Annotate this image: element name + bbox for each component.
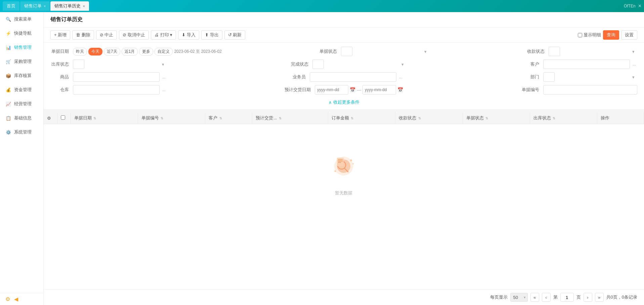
- expected-date-from[interactable]: [315, 85, 348, 94]
- out-status-select[interactable]: [73, 60, 84, 69]
- sidebar-settings-icon[interactable]: ⚙: [5, 296, 10, 302]
- cal-icon-to[interactable]: 📅: [397, 87, 403, 92]
- next-page-btn[interactable]: ›: [584, 293, 592, 302]
- date-btn-more[interactable]: 更多: [139, 48, 153, 55]
- th-number[interactable]: 单据编号 ⇅: [138, 112, 205, 124]
- sidebar-item-quick-nav[interactable]: ⚡ 快捷导航: [0, 26, 43, 40]
- collapse-btn[interactable]: ∧ 收起更多条件: [329, 99, 359, 105]
- tab-sales-order-history-close[interactable]: ×: [83, 4, 85, 8]
- sidebar-item-system-mgmt[interactable]: ⚙️ 系统管理: [0, 125, 43, 139]
- display-cols-checkbox-label[interactable]: 显示明细: [578, 32, 601, 38]
- stop-button[interactable]: ⊘ 中止: [96, 30, 117, 40]
- th-customer[interactable]: 客户 ⇅: [205, 112, 252, 124]
- sort-icon-amount: ⇅: [351, 116, 353, 120]
- query-button[interactable]: 查询: [603, 30, 619, 40]
- tab-sales-order[interactable]: 销售订单 ×: [20, 1, 50, 11]
- tab-home[interactable]: 首页: [3, 1, 19, 11]
- refresh-button[interactable]: ↺ 刷新: [224, 30, 246, 40]
- doc-status-filter-label: 单据状态: [318, 48, 337, 54]
- product-more-btn[interactable]: ...: [161, 75, 167, 79]
- tab-list: 首页 销售订单 × 销售订单历史 ×: [3, 1, 622, 11]
- date-btn-last-month[interactable]: 近1月: [122, 48, 138, 55]
- receipt-status-select[interactable]: [549, 47, 560, 56]
- sidebar-item-basic-info[interactable]: 📋 基础信息: [0, 111, 43, 125]
- sidebar-collapse-icon[interactable]: ◀: [14, 296, 18, 302]
- window-close-btn[interactable]: ×: [638, 3, 641, 9]
- sort-icon-doc-status: ⇅: [485, 116, 488, 120]
- cancel-stop-button[interactable]: ⊘ 取消中止: [119, 30, 149, 40]
- doc-status-select[interactable]: [341, 47, 352, 56]
- topbar-right: OfTEn ×: [624, 3, 641, 9]
- date-btn-today[interactable]: 今天: [88, 48, 102, 55]
- page-label: 第: [553, 294, 558, 300]
- add-button[interactable]: + 新增: [50, 30, 70, 40]
- first-page-btn[interactable]: «: [530, 293, 539, 302]
- sidebar-item-search-menu[interactable]: 🔍 搜索菜单: [0, 12, 43, 26]
- salesman-input[interactable]: [310, 72, 396, 82]
- first-page-icon: «: [533, 295, 536, 300]
- th-expected-date[interactable]: 预计交货... ⇅: [252, 112, 328, 124]
- sidebar-item-purchase-mgmt[interactable]: 🛒 采购管理: [0, 54, 43, 69]
- expected-date-to[interactable]: [362, 85, 396, 94]
- content-area: 销售订单历史 + 新增 🗑 删除 ⊘ 中止 ⊘ 取消中止 🖨 打印 ▾ ⬇ 导入: [44, 12, 644, 305]
- complete-status-select[interactable]: [312, 60, 324, 69]
- date-btn-custom[interactable]: 自定义: [155, 48, 173, 55]
- warehouse-more-btn[interactable]: ...: [161, 87, 167, 92]
- system-mgmt-icon: ⚙️: [5, 129, 11, 135]
- date-btn-last7[interactable]: 近7天: [104, 48, 120, 55]
- sidebar-item-inventory-mgmt[interactable]: 📦 库存核算: [0, 69, 43, 83]
- receipt-status-select-wrapper: [549, 47, 637, 56]
- empty-state-icon: [327, 151, 360, 185]
- last-page-btn[interactable]: »: [595, 293, 604, 302]
- th-checkbox[interactable]: [57, 112, 71, 124]
- main-layout: 🔍 搜索菜单 ⚡ 快捷导航 📊 销售管理 🛒 采购管理 📦 库存核算 💰 资金管…: [0, 12, 644, 305]
- toolbar: + 新增 🗑 删除 ⊘ 中止 ⊘ 取消中止 🖨 打印 ▾ ⬇ 导入 ⬆ 导出 ↺…: [44, 28, 644, 43]
- th-amount[interactable]: 订单金额 ⇅: [328, 112, 395, 124]
- print-button[interactable]: 🖨 打印 ▾: [151, 30, 176, 40]
- per-page-select[interactable]: 10 20 50 100: [510, 293, 528, 302]
- select-all-checkbox[interactable]: [61, 115, 65, 120]
- warehouse-input[interactable]: [73, 85, 160, 94]
- th-settings[interactable]: ⚙: [44, 112, 57, 124]
- customer-input[interactable]: [543, 60, 630, 69]
- th-doc-status[interactable]: 单据状态 ⇅: [463, 112, 530, 124]
- empty-state: 暂无数据: [44, 124, 644, 223]
- page-number-input[interactable]: [560, 293, 574, 302]
- th-receipt-status[interactable]: 收款状态 ⇅: [395, 112, 463, 124]
- date-btn-yesterday[interactable]: 昨天: [73, 48, 87, 55]
- display-cols-checkbox[interactable]: [578, 33, 582, 37]
- customer-more-btn[interactable]: ...: [631, 62, 637, 67]
- prev-page-btn[interactable]: ‹: [542, 293, 551, 302]
- sidebar-item-finance-mgmt[interactable]: 💰 资金管理: [0, 83, 43, 97]
- tab-sales-order-close[interactable]: ×: [44, 4, 46, 8]
- tab-sales-order-label: 销售订单: [24, 3, 42, 9]
- delete-button[interactable]: 🗑 删除: [72, 30, 94, 40]
- sidebar-item-purchase-mgmt-label: 采购管理: [14, 59, 32, 65]
- sidebar-item-operations-mgmt[interactable]: 📈 经营管理: [0, 97, 43, 111]
- tab-sales-order-history[interactable]: 销售订单历史 ×: [50, 1, 89, 11]
- total-info: 共0页，0条记录: [606, 294, 637, 300]
- cal-icon-from[interactable]: 📅: [350, 87, 355, 92]
- sort-icon-customer: ⇅: [219, 116, 222, 120]
- basic-info-icon: 📋: [5, 115, 11, 121]
- doc-number-input[interactable]: [543, 85, 637, 94]
- product-input[interactable]: [73, 72, 160, 82]
- settings-button[interactable]: 设置: [621, 30, 637, 40]
- dept-select[interactable]: [543, 72, 555, 82]
- page-header: 销售订单历史: [44, 12, 644, 28]
- th-date[interactable]: 单据日期 ⇅: [71, 112, 138, 124]
- export-button[interactable]: ⬆ 导出: [201, 30, 222, 40]
- table-body: 暂无数据: [44, 124, 644, 223]
- sales-mgmt-icon: 📊: [5, 44, 11, 50]
- th-out-status[interactable]: 出库状态 ⇅: [530, 112, 597, 124]
- filter-row-2: 出库状态 完成状态 客户 ...: [50, 60, 637, 69]
- salesman-more-btn[interactable]: ...: [398, 75, 404, 79]
- svg-point-9: [352, 163, 354, 164]
- sort-icon-date: ⇅: [93, 116, 96, 120]
- sidebar-item-inventory-mgmt-label: 库存核算: [14, 73, 32, 79]
- table-area: ⚙ 单据日期 ⇅ 单据编号 ⇅: [44, 112, 644, 289]
- prev-page-icon: ‹: [545, 295, 547, 300]
- doc-number-filter-label: 单据编号: [521, 87, 539, 93]
- sidebar-item-sales-mgmt[interactable]: 📊 销售管理: [0, 40, 43, 54]
- import-button[interactable]: ⬇ 导入: [178, 30, 199, 40]
